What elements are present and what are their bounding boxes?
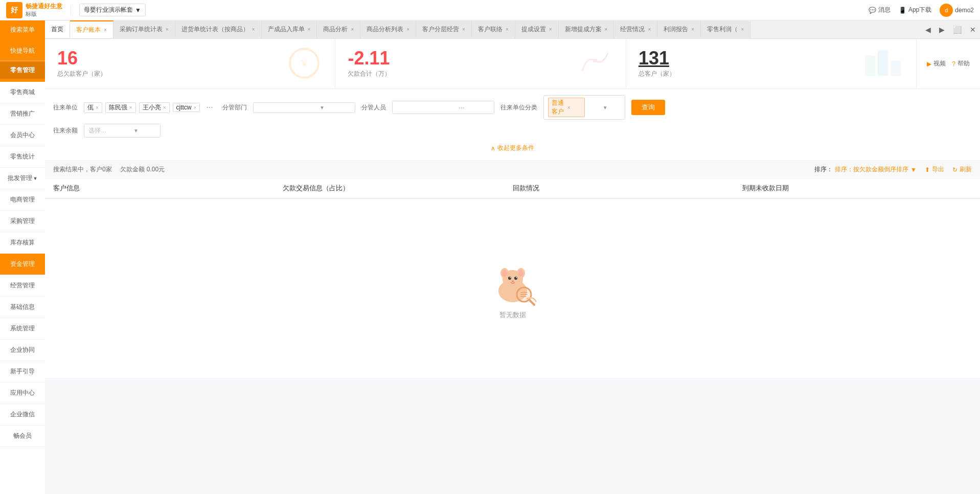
tab-cost-inbound[interactable]: 产成品入库单 × xyxy=(262,21,317,38)
tab-close-inbound-stats[interactable]: × xyxy=(252,27,255,32)
tab-customer-contact[interactable]: 客户联络 × xyxy=(472,21,515,38)
tab-retail-profit[interactable]: 零售利润（ × xyxy=(701,21,750,38)
tab-product-analysis-list[interactable]: 商品分析列表 × xyxy=(360,21,416,38)
template-selector[interactable]: 母婴行业演示帐套 ▼ xyxy=(79,4,146,16)
user-profile[interactable]: d demo2 xyxy=(940,4,974,17)
sidebar-item-system-mgmt[interactable]: 系统管理 xyxy=(0,318,45,340)
sidebar-search[interactable]: 搜索菜单 xyxy=(0,20,45,39)
empty-illustration xyxy=(482,258,543,309)
tab-close-product-analysis[interactable]: × xyxy=(351,27,354,32)
tab-close-customer-tier[interactable]: × xyxy=(462,27,465,32)
dept-filter-select[interactable]: ▼ xyxy=(253,102,355,113)
tab-close-all-button[interactable]: ✕ xyxy=(966,23,980,37)
tab-operation-status[interactable]: 经营情况 × xyxy=(614,21,657,38)
messages-button[interactable]: 💬 消息 xyxy=(869,6,891,14)
tab-prev-button[interactable]: ◀ xyxy=(921,23,935,37)
stat-icon-overdue-total xyxy=(575,45,616,82)
help-icon: ? xyxy=(952,60,955,68)
sidebar-nav: 快捷导航 零售管理 xyxy=(0,39,45,82)
sidebar-item-capital-mgmt[interactable]: 资金管理 xyxy=(0,254,45,275)
unit-tag-wa: 佤 × xyxy=(84,102,102,113)
stat-card-total-customers: 131 总客户（家） xyxy=(626,39,917,88)
sidebar-item-member-center[interactable]: 会员中心 xyxy=(0,125,45,146)
tab-product-analysis[interactable]: 商品分析 × xyxy=(317,21,360,38)
export-icon: ⬆ xyxy=(925,166,930,173)
tab-customer-tier[interactable]: 客户分层经营 × xyxy=(416,21,472,38)
video-button[interactable]: ▶ 视频 xyxy=(927,59,946,68)
sidebar-item-app-center[interactable]: 应用中心 xyxy=(0,383,45,404)
tab-next-button[interactable]: ▶ xyxy=(935,23,949,37)
sidebar-retail-mgmt[interactable]: 零售管理 xyxy=(0,62,45,79)
sidebar-item-inventory-check[interactable]: 库存核算 xyxy=(0,232,45,254)
sidebar-item-wholesale-mgmt[interactable]: 批发管理 ▼ xyxy=(0,168,45,189)
tab-close-purchase-order-stats[interactable]: × xyxy=(166,27,169,32)
query-button[interactable]: 查询 xyxy=(631,100,665,115)
export-button[interactable]: ⬆ 导出 xyxy=(925,165,944,174)
stat-icon-total-customers xyxy=(860,45,906,82)
person-filter-select[interactable]: ··· xyxy=(392,101,494,114)
app-download-button[interactable]: 📱 App下载 xyxy=(899,6,931,14)
results-bar: 搜索结果中，客户0家 欠款金额 0.00元 排序： 排序：按欠款金额倒序排序 ▼… xyxy=(45,161,980,178)
collapse-button[interactable]: ∧ 收起更多条件 xyxy=(491,142,534,154)
tab-purchase-order-stats[interactable]: 采购订单统计表 × xyxy=(113,21,175,38)
help-area: ▶ 视频 ? 帮助 xyxy=(917,39,980,88)
unit-tag-cjttcw-close[interactable]: × xyxy=(194,105,197,110)
svg-rect-5 xyxy=(891,60,901,76)
sidebar-item-enterprise-coop[interactable]: 企业协同 xyxy=(0,340,45,361)
tab-inbound-stats[interactable]: 进货单统计表（按商品） × xyxy=(175,21,262,38)
sort-selector[interactable]: 排序： 排序：按欠款金额倒序排序 ▼ xyxy=(814,165,917,174)
help-button[interactable]: ? 帮助 xyxy=(952,59,970,68)
sidebar-item-marketing[interactable]: 营销推广 xyxy=(0,103,45,125)
unit-tag-chenminqiang-close[interactable]: × xyxy=(129,105,132,110)
refresh-icon: ↻ xyxy=(952,166,958,173)
unit-filter-tags: 佤 × 陈民强 × 王小亮 × cjttcw × xyxy=(84,102,216,113)
chevron-down-icon: ▼ xyxy=(33,176,38,181)
stat-number-total-customers[interactable]: 131 xyxy=(639,49,675,68)
svg-point-12 xyxy=(508,277,511,280)
unit-category-tag-close[interactable]: × xyxy=(567,105,581,110)
sidebar-item-purchase-mgmt[interactable]: 采购管理 xyxy=(0,211,45,232)
tab-raise-settings[interactable]: 提成设置 × xyxy=(515,21,559,38)
tab-close-product-analysis-list[interactable]: × xyxy=(406,27,409,32)
logo-icon: 好 xyxy=(6,2,22,18)
topbar-left: 好 畅捷通好生意 标版 母婴行业演示帐套 ▼ xyxy=(6,2,146,18)
tab-home[interactable]: 首页 xyxy=(45,21,70,38)
table-col-overdue-info: 欠款交易信息（占比） xyxy=(283,184,512,193)
svg-point-13 xyxy=(514,277,517,280)
sidebar-item-enterprise-wechat[interactable]: 企业微信 xyxy=(0,404,45,425)
unit-tag-wa-close[interactable]: × xyxy=(96,105,99,110)
sidebar-item-basic-info[interactable]: 基础信息 xyxy=(0,297,45,318)
sidebar-item-ecommerce-mgmt[interactable]: 电商管理 xyxy=(0,189,45,211)
unit-filter-more[interactable]: ··· xyxy=(203,102,216,113)
sidebar-item-retail-mall[interactable]: 零售商城 xyxy=(0,82,45,103)
sidebar-item-operation-mgmt[interactable]: 经营管理 xyxy=(0,275,45,297)
stat-label-overdue-total: 欠款合计（万） xyxy=(348,70,391,78)
tab-close-new-raise-plan[interactable]: × xyxy=(605,27,608,32)
tab-profit-report[interactable]: 利润报告 × xyxy=(657,21,701,38)
person-filter-more: ··· xyxy=(459,103,490,111)
tab-close-customer-contact[interactable]: × xyxy=(506,27,509,32)
page-content: 16 总欠款客户（家） ¥ -2.11 欠款合计（万） xyxy=(45,39,980,494)
stat-icon-overdue-customers: ¥ xyxy=(284,45,325,82)
tab-customer-capital[interactable]: 客户账本 × xyxy=(70,20,113,38)
logo-area: 好 畅捷通好生意 标版 xyxy=(6,2,62,18)
svg-point-11 xyxy=(518,270,523,277)
tab-close-cost-inbound[interactable]: × xyxy=(308,27,311,32)
sidebar-item-retail-stats[interactable]: 零售统计 xyxy=(0,146,45,168)
balance-filter-select[interactable]: 选择... ▼ xyxy=(84,124,161,138)
sidebar: 搜索菜单 快捷导航 零售管理 零售商城 营销推广 会员中心 零售统计 批发管理 … xyxy=(0,20,45,494)
sidebar-quick-nav[interactable]: 快捷导航 xyxy=(0,42,45,59)
filter-row-1: 往来单位 佤 × 陈民强 × 王小亮 × xyxy=(53,95,972,120)
sidebar-item-vip-member[interactable]: 畅会员 xyxy=(0,425,45,447)
tab-close-profit-report[interactable]: × xyxy=(691,27,694,32)
refresh-button[interactable]: ↻ 刷新 xyxy=(952,165,972,174)
tab-maximize-button[interactable]: ⬜ xyxy=(949,23,966,37)
tab-close-raise-settings[interactable]: × xyxy=(549,27,552,32)
tab-close-customer-capital[interactable]: × xyxy=(104,27,107,33)
tab-close-operation-status[interactable]: × xyxy=(648,27,651,32)
sidebar-item-new-user-guide[interactable]: 新手引导 xyxy=(0,361,45,383)
unit-category-select[interactable]: 普通客户 × ▼ xyxy=(543,95,625,120)
tab-close-retail-profit[interactable]: × xyxy=(741,27,744,32)
unit-tag-wangxiaoliang-close[interactable]: × xyxy=(163,105,166,110)
tab-new-raise-plan[interactable]: 新增提成方案 × xyxy=(559,21,614,38)
